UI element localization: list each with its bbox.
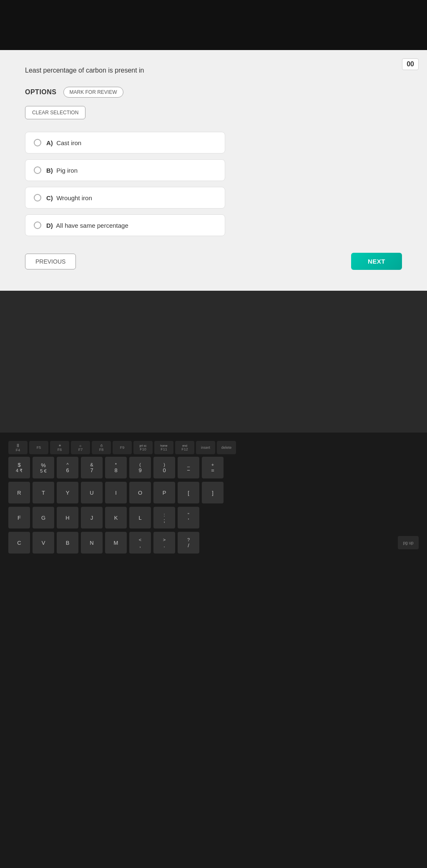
key-h[interactable]: H xyxy=(57,507,78,528)
key-6[interactable]: ^ 6 xyxy=(57,457,78,478)
key-f4[interactable]: II F4 xyxy=(8,441,28,454)
key-r[interactable]: R xyxy=(8,482,30,503)
key-comma[interactable]: < , xyxy=(129,532,151,554)
option-b-text: B) Pig iron xyxy=(46,167,78,174)
key-j[interactable]: J xyxy=(81,507,103,528)
top-bar xyxy=(0,0,427,50)
key-f9[interactable]: F9 xyxy=(113,441,132,454)
option-a-text: A) Cast iron xyxy=(46,139,81,146)
dark-area xyxy=(0,291,427,433)
radio-d xyxy=(34,221,41,229)
options-list: A) Cast iron B) Pig iron C) Wrought iron… xyxy=(25,132,402,236)
key-0[interactable]: ) 0 xyxy=(153,457,175,478)
qwerty-row: R T Y U I O P [ ] xyxy=(4,482,423,503)
previous-button[interactable]: PREVIOUS xyxy=(25,254,76,269)
key-slash[interactable]: ? / xyxy=(178,532,199,554)
key-k[interactable]: K xyxy=(105,507,127,528)
key-f[interactable]: F xyxy=(8,507,30,528)
key-delete[interactable]: delete xyxy=(217,441,236,454)
option-d-text: D) All have same percentage xyxy=(46,222,128,229)
zxcv-row: C V B N M < , > . ? / pg up xyxy=(4,532,423,554)
key-7[interactable]: & 7 xyxy=(81,457,103,478)
key-equals[interactable]: + = xyxy=(202,457,224,478)
radio-b xyxy=(34,166,41,174)
key-y[interactable]: Y xyxy=(57,482,78,503)
key-f8[interactable]: ⎙ F8 xyxy=(92,441,111,454)
next-button[interactable]: NEXT xyxy=(351,253,402,270)
key-minus[interactable]: _ − xyxy=(178,457,199,478)
quiz-container: 00 Least percentage of carbon is present… xyxy=(0,50,427,291)
key-l[interactable]: L xyxy=(129,507,151,528)
keyboard-area: II F4 F5 ☀ F6 ☼ F7 ⎙ F8 F9 prt sc F10 ho… xyxy=(0,433,427,565)
key-f10[interactable]: prt sc F10 xyxy=(133,441,153,454)
key-n[interactable]: N xyxy=(81,532,103,554)
key-8[interactable]: * 8 xyxy=(105,457,127,478)
key-bracket-close[interactable]: ] xyxy=(202,482,224,503)
key-f11[interactable]: home F11 xyxy=(154,441,173,454)
option-b[interactable]: B) Pig iron xyxy=(25,159,225,181)
options-label: OPTIONS xyxy=(25,88,57,96)
key-f7[interactable]: ☼ F7 xyxy=(71,441,90,454)
asdf-row: F G H J K L : ; " ' xyxy=(4,507,423,528)
key-p[interactable]: P xyxy=(153,482,175,503)
num-row: $ 4 ₹ % 5 € ^ 6 & 7 * 8 ( 9 ) 0 _ − xyxy=(4,457,423,478)
mark-for-review-button[interactable]: MARK FOR REVIEW xyxy=(63,87,123,98)
options-header: OPTIONS MARK FOR REVIEW xyxy=(25,87,402,98)
key-9[interactable]: ( 9 xyxy=(129,457,151,478)
key-f12[interactable]: end F12 xyxy=(175,441,194,454)
radio-a xyxy=(34,139,41,146)
question-text: Least percentage of carbon is present in xyxy=(25,67,402,74)
option-c[interactable]: C) Wrought iron xyxy=(25,187,225,209)
key-semicolon[interactable]: : ; xyxy=(153,507,175,528)
key-4[interactable]: $ 4 ₹ xyxy=(8,457,30,478)
key-m[interactable]: M xyxy=(105,532,127,554)
key-f6[interactable]: ☀ F6 xyxy=(50,441,69,454)
key-i[interactable]: I xyxy=(105,482,127,503)
option-d[interactable]: D) All have same percentage xyxy=(25,214,225,236)
key-o[interactable]: O xyxy=(129,482,151,503)
key-u[interactable]: U xyxy=(81,482,103,503)
fn-row: II F4 F5 ☀ F6 ☼ F7 ⎙ F8 F9 prt sc F10 ho… xyxy=(4,441,423,454)
clear-selection-button[interactable]: CLEAR SELECTION xyxy=(25,106,85,119)
key-pgup[interactable]: pg up xyxy=(398,536,419,549)
key-g[interactable]: G xyxy=(33,507,54,528)
radio-c xyxy=(34,194,41,201)
option-c-text: C) Wrought iron xyxy=(46,194,92,201)
key-t[interactable]: T xyxy=(33,482,54,503)
timer-badge: 00 xyxy=(402,58,419,70)
key-quote[interactable]: " ' xyxy=(178,507,199,528)
key-period[interactable]: > . xyxy=(153,532,175,554)
option-a[interactable]: A) Cast iron xyxy=(25,132,225,153)
key-v[interactable]: V xyxy=(33,532,54,554)
key-c[interactable]: C xyxy=(8,532,30,554)
key-b[interactable]: B xyxy=(57,532,78,554)
key-bracket-open[interactable]: [ xyxy=(178,482,199,503)
key-5[interactable]: % 5 € xyxy=(33,457,54,478)
key-f5[interactable]: F5 xyxy=(29,441,48,454)
key-insert[interactable]: insert xyxy=(196,441,215,454)
nav-buttons: PREVIOUS NEXT xyxy=(25,249,402,274)
